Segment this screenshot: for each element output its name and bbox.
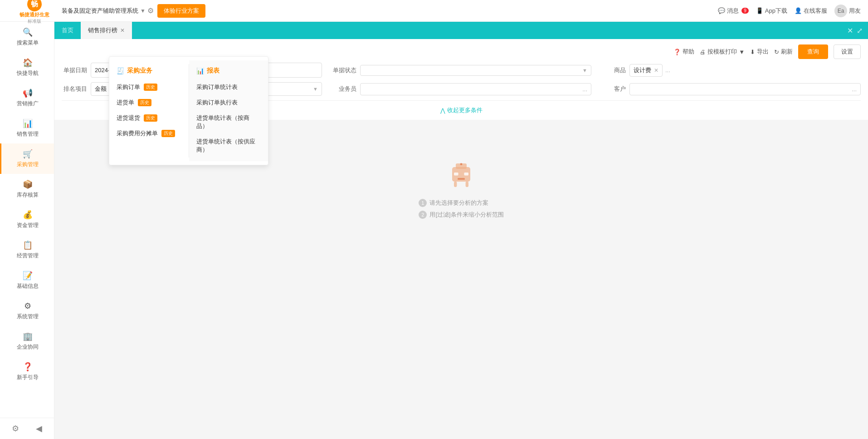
order-exec-label: 采购订单执行表 bbox=[196, 99, 238, 107]
menu-section-purchase-title: 🧾 采购业务 bbox=[109, 64, 189, 79]
refresh-button[interactable]: ↻ 刷新 bbox=[774, 48, 793, 56]
sidebar-bottom: ⚙ ◀ bbox=[0, 418, 54, 439]
sidebar-item-finance[interactable]: 💰 资金管理 bbox=[0, 204, 54, 235]
salesman-label: 业务员 bbox=[331, 85, 356, 93]
menu-item-incoming-stats-supplier[interactable]: 进货单统计表（按供应商） bbox=[189, 134, 268, 158]
sidebar-item-inventory[interactable]: 📦 库存核算 bbox=[0, 174, 54, 204]
menu-item-incoming-stats-goods[interactable]: 进货单统计表（按商品） bbox=[189, 110, 268, 134]
user-label: 用友 bbox=[849, 7, 861, 15]
hint-item-1: 1 请先选择要分析的方案 bbox=[419, 197, 503, 209]
return-badge: 历史 bbox=[144, 114, 157, 122]
status-input[interactable]: ▼ bbox=[360, 65, 591, 76]
sidebar-item-quick-nav[interactable]: 🏠 快捷导航 bbox=[0, 52, 54, 83]
collapse-button[interactable]: ⋀ 收起更多条件 bbox=[437, 103, 486, 118]
sidebar-label-guide: 新手引导 bbox=[17, 374, 39, 381]
content-area: 首页 销售排行榜 ✕ ✕ ⤢ ❓ 帮助 bbox=[54, 22, 868, 439]
system-settings-icon[interactable]: ⚙ bbox=[147, 6, 154, 15]
rank-label: 排名项目 bbox=[62, 85, 87, 93]
report-section-icon: 📊 bbox=[196, 67, 204, 74]
salesman-input[interactable]: ... bbox=[360, 83, 591, 95]
purchase-order-badge: 历史 bbox=[144, 84, 157, 91]
sidebar-label-operations: 经营管理 bbox=[17, 252, 39, 260]
empty-illustration bbox=[443, 156, 479, 192]
sidebar-item-system[interactable]: ⚙ 系统管理 bbox=[0, 296, 54, 326]
tab-expand-btn[interactable]: ⤢ bbox=[857, 26, 863, 35]
tab-sales-rank[interactable]: 销售排行榜 ✕ bbox=[81, 22, 132, 39]
menu-item-expense[interactable]: 采购费用分摊单 历史 bbox=[109, 126, 189, 141]
online-service-button[interactable]: 👤 在线客服 bbox=[795, 7, 827, 15]
avatar: Ea bbox=[834, 5, 847, 17]
trial-button[interactable]: 体验行业方案 bbox=[157, 4, 205, 18]
sidebar-item-sales[interactable]: 📊 销售管理 bbox=[0, 113, 54, 143]
service-label: 在线客服 bbox=[804, 7, 827, 15]
customer-label: 客户 bbox=[600, 85, 626, 93]
goods-tag-value: 设计费 bbox=[634, 66, 651, 74]
goods-ellipsis[interactable]: ... bbox=[665, 67, 670, 74]
header-inner: 装备及固定资产辅助管理系统 ▼ ⚙ 体验行业方案 bbox=[62, 4, 718, 18]
system-dropdown-arrow[interactable]: ▼ bbox=[140, 8, 146, 14]
goods-tag-close[interactable]: ✕ bbox=[654, 67, 658, 74]
settings-button[interactable]: 设置 bbox=[834, 44, 861, 59]
rank-caret: ▼ bbox=[313, 86, 318, 92]
help-button[interactable]: ❓ 帮助 bbox=[673, 48, 694, 56]
tab-home-label: 首页 bbox=[62, 26, 73, 35]
return-label: 进货退货 bbox=[117, 114, 140, 122]
customer-ellipsis[interactable]: ... bbox=[852, 86, 857, 93]
sidebar-item-marketing[interactable]: 📢 营销推广 bbox=[0, 83, 54, 113]
home-icon: 🏠 bbox=[23, 58, 33, 68]
sidebar-settings-btn[interactable]: ⚙ bbox=[12, 424, 19, 434]
report-section-label: 报表 bbox=[207, 67, 219, 75]
menu-section-report-title: 📊 报表 bbox=[189, 64, 268, 79]
sidebar-collapse-btn[interactable]: ◀ bbox=[36, 424, 42, 434]
tab-close-btn[interactable]: ✕ bbox=[847, 26, 853, 35]
basic-icon: 📝 bbox=[23, 271, 33, 281]
incoming-stats-goods-label: 进货单统计表（按商品） bbox=[196, 114, 261, 130]
sidebar-item-basic[interactable]: 📝 基础信息 bbox=[0, 265, 54, 296]
app-download-button[interactable]: 📱 App下载 bbox=[756, 7, 787, 15]
message-label: 消息 bbox=[727, 7, 739, 15]
message-icon: 💬 bbox=[718, 7, 725, 14]
export-button[interactable]: ⬇ 导出 bbox=[750, 48, 769, 56]
customer-field: 客户 ... bbox=[600, 82, 861, 96]
tab-close-icon[interactable]: ✕ bbox=[120, 27, 125, 34]
tab-bar: 首页 销售排行榜 ✕ ✕ ⤢ bbox=[54, 22, 868, 39]
sidebar-item-purchase[interactable]: 🛒 采购管理 bbox=[0, 143, 54, 174]
menu-item-return[interactable]: 进货退货 历史 bbox=[109, 110, 189, 126]
purchase-section-label: 采购业务 bbox=[127, 67, 152, 75]
order-stats-label: 采购订单统计表 bbox=[196, 83, 238, 91]
menu-item-incoming[interactable]: 进货单 历史 bbox=[109, 95, 189, 110]
message-button[interactable]: 💬 消息 9 bbox=[718, 7, 749, 15]
user-button[interactable]: Ea 用友 bbox=[834, 5, 861, 17]
hint-num-1: 1 bbox=[419, 199, 427, 207]
export-icon: ⬇ bbox=[750, 49, 755, 55]
help-label: 帮助 bbox=[683, 48, 694, 56]
header-actions: 💬 消息 9 📱 App下载 👤 在线客服 Ea 用友 bbox=[718, 5, 861, 17]
status-caret: ▼ bbox=[582, 68, 587, 73]
logo-name: 畅捷通好生意 bbox=[20, 11, 49, 18]
query-button[interactable]: 查询 bbox=[798, 44, 828, 59]
guide-icon: ❓ bbox=[23, 362, 33, 372]
menu-item-order-stats[interactable]: 采购订单统计表 bbox=[189, 79, 268, 95]
system-name-area: 装备及固定资产辅助管理系统 ▼ ⚙ bbox=[62, 6, 154, 15]
operations-icon: 📋 bbox=[23, 240, 33, 250]
menu-item-purchase-order[interactable]: 采购订单 历史 bbox=[109, 79, 189, 95]
print-arrow: ▼ bbox=[739, 49, 745, 55]
dropdown-menu: 🧾 采购业务 采购订单 历史 进货单 历史 进货退货 历史 bbox=[109, 56, 268, 165]
sidebar-item-operations[interactable]: 📋 经营管理 bbox=[0, 235, 54, 265]
salesman-ellipsis[interactable]: ... bbox=[582, 86, 587, 93]
goods-field: 商品 设计费 ✕ ... bbox=[600, 63, 861, 78]
customer-input[interactable]: ... bbox=[629, 83, 861, 95]
sidebar-item-enterprise[interactable]: 🏢 企业协同 bbox=[0, 326, 54, 356]
sidebar-item-guide[interactable]: ❓ 新手引导 bbox=[0, 356, 54, 387]
phone-icon: 📱 bbox=[756, 7, 763, 14]
goods-label: 商品 bbox=[600, 66, 626, 74]
print-button[interactable]: 🖨 按模板打印 ▼ bbox=[700, 48, 745, 56]
menu-item-order-exec[interactable]: 采购订单执行表 bbox=[189, 95, 268, 110]
purchase-icon: 🛒 bbox=[23, 149, 33, 159]
salesman-field: 业务员 ... bbox=[331, 82, 591, 96]
sidebar-item-search[interactable]: 🔍 搜索菜单 bbox=[0, 22, 54, 52]
print-label: 按模板打印 bbox=[707, 48, 737, 56]
logo-icon: 畅 bbox=[27, 0, 42, 11]
incoming-stats-supplier-label: 进货单统计表（按供应商） bbox=[196, 138, 261, 154]
goods-tag: 设计费 ✕ bbox=[629, 64, 663, 77]
